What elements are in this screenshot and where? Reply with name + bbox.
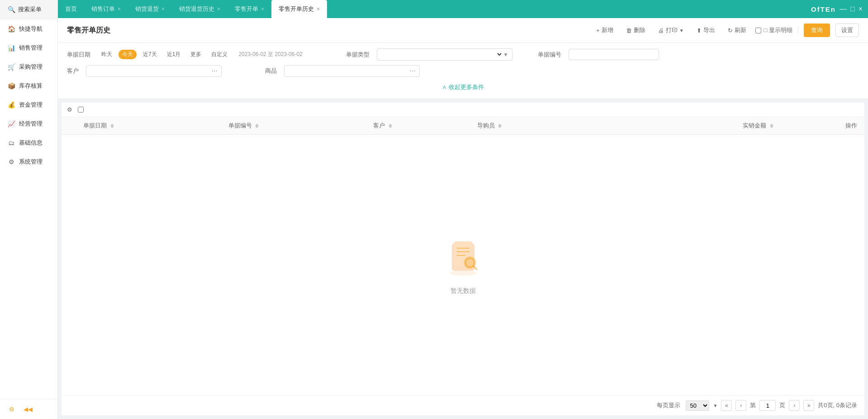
collapse-label: ∧ 收起更多条件 [442,83,484,91]
sidebar-item-finance[interactable]: 💰 资金管理 [0,95,57,114]
sidebar-item-purchase-mgmt[interactable]: 🛒 采购管理 [0,57,57,76]
print-label: 打印 [666,26,678,34]
main-content: 首页 销售订单 × 销货退货 × 销货退货历史 × 零售开单 × 零售开单历史 … [58,0,868,419]
customer-input-wrapper[interactable]: ··· [86,65,222,77]
filter-area: 单据日期 昨天 今天 近7天 近1月 更多 自定义 2023-06-02 至 2… [58,43,868,99]
select-all-checkbox[interactable] [78,107,84,113]
more-shortcut[interactable]: 更多 [187,50,205,59]
search-icon: 🔍 [7,5,15,14]
7days-shortcut[interactable]: 近7天 [139,50,161,59]
th-customer-label: 客户 [373,122,385,129]
bill-no-input-wrapper[interactable] [569,49,659,60]
sales-icon: 📊 [7,44,15,52]
sidebar-item-inventory[interactable]: 📦 库存核算 [0,76,57,95]
page-number-input[interactable] [759,400,776,411]
refresh-button[interactable]: ↻ 刷新 [724,24,750,36]
prev-page-button[interactable]: ‹ [735,400,746,411]
sidebar-item-operations[interactable]: 📈 经营管理 [0,114,57,133]
th-actions-label: 操作 [845,122,857,129]
tab-retail-open-history[interactable]: 零售开单历史 × [271,0,327,18]
tab-sales-return-history[interactable]: 销货退货历史 × [172,0,228,18]
th-bill-no[interactable]: 单据编号 [223,117,368,135]
custom-shortcut[interactable]: 自定义 [208,50,231,59]
tab-sales-order[interactable]: 销售订单 × [84,0,128,18]
tab-retail-open-history-close[interactable]: × [317,6,320,12]
bill-type-select[interactable] [381,51,503,58]
settings-button[interactable]: 设置 [835,24,859,37]
tab-home-label: 首页 [65,5,77,13]
th-date[interactable]: 单据日期 [78,117,223,135]
purchase-icon: 🛒 [7,63,15,71]
add-button[interactable]: + 新增 [593,24,617,36]
export-icon: ⬆ [697,27,702,34]
display-detail-toggle[interactable]: □ 显示明细 [755,26,792,34]
query-button[interactable]: 查询 [804,24,830,37]
today-shortcut[interactable]: 今天 [119,50,137,59]
toolbar: + 新增 🗑 删除 🖨 打印 ▼ ⬆ 导出 ↻ 刷新 □ 显示 [593,24,859,37]
per-page-select[interactable]: 50 10 20 100 [686,400,709,411]
tab-sales-order-close[interactable]: × [118,6,121,12]
th-bill-no-label: 单据编号 [228,122,252,129]
refresh-label: 刷新 [735,26,746,34]
sidebar-item-system[interactable]: ⚙ 系统管理 [0,152,57,171]
delete-button[interactable]: 🗑 删除 [622,24,649,36]
bill-no-input[interactable] [573,51,655,58]
sidebar-item-label: 资金管理 [19,101,43,109]
th-guide-label: 导购员 [477,122,495,129]
sidebar-item-label: 经营管理 [19,120,43,128]
sidebar-item-label: 采购管理 [19,63,43,71]
table-header-row: 单据日期 单据编号 客户 [62,117,864,135]
first-page-button[interactable]: « [721,400,732,411]
tab-sales-return-close[interactable]: × [161,6,165,12]
customer-label: 客户 [67,67,79,75]
sidebar-search[interactable]: 🔍 搜索采单 [0,0,57,19]
goods-label: 商品 [265,67,277,75]
next-page-button[interactable]: › [789,400,800,411]
bill-type-select-wrapper[interactable]: ▼ [377,48,512,61]
tab-home[interactable]: 首页 [58,0,84,18]
yesterday-shortcut[interactable]: 昨天 [98,50,116,59]
print-button[interactable]: 🖨 打印 ▼ [655,24,688,36]
tab-retail-open-close[interactable]: × [261,6,264,12]
tab-sales-return[interactable]: 销货退货 × [128,0,172,18]
th-actions: 操作 [779,117,864,135]
th-guide[interactable]: 导购员 [472,117,596,135]
pagination-total: 共0页, 0条记录 [818,401,857,410]
goods-ellipsis-icon[interactable]: ··· [410,67,416,75]
sidebar-item-quick-nav[interactable]: 🏠 快捷导航 [0,19,57,38]
goods-input-wrapper[interactable]: ··· [284,65,420,77]
delete-label: 删除 [634,26,645,34]
window-close-icon[interactable]: × [859,5,863,13]
sidebar-item-basic-info[interactable]: 🗂 基础信息 [0,133,57,152]
page-prefix: 第 [750,401,756,410]
th-guide-sort-icon [498,124,502,128]
th-amount[interactable]: 实销金额 [634,117,779,135]
sidebar-item-sales-mgmt[interactable]: 📊 销售管理 [0,38,57,57]
settings-bottom-icon[interactable]: ⚙ [7,405,16,414]
svg-point-0 [450,270,477,276]
goods-input[interactable] [288,68,410,75]
query-label: 查询 [811,26,823,34]
tab-retail-open[interactable]: 零售开单 × [228,0,271,18]
th-customer[interactable]: 客户 [368,117,472,135]
page-header: 零售开单历史 + 新增 🗑 删除 🖨 打印 ▼ ⬆ 导出 ↻ 刷新 [58,18,868,43]
tab-sales-return-history-label: 销货退货历史 [179,5,214,13]
settings-label: 设置 [841,26,853,34]
table-settings-icon[interactable]: ⚙ [67,106,72,113]
window-minimize-icon[interactable]: — [840,5,847,13]
display-detail-checkbox[interactable] [755,28,761,33]
last-page-button[interactable]: » [803,400,814,411]
tab-sales-return-history-close[interactable]: × [217,6,220,12]
window-maximize-icon[interactable]: □ [850,5,855,13]
customer-ellipsis-icon[interactable]: ··· [212,67,218,75]
collapse-sidebar-icon[interactable]: ◀◀ [24,405,33,414]
refresh-icon: ↻ [728,27,733,34]
customer-input[interactable] [90,68,212,75]
brand-text: OfTEn [811,5,836,13]
collapse-button[interactable]: ∧ 收起更多条件 [436,81,489,93]
print-icon: 🖨 [658,27,664,34]
operations-icon: 📈 [7,120,15,128]
export-button[interactable]: ⬆ 导出 [693,24,719,36]
1month-shortcut[interactable]: 近1月 [163,50,185,59]
add-label: 新增 [602,26,613,34]
